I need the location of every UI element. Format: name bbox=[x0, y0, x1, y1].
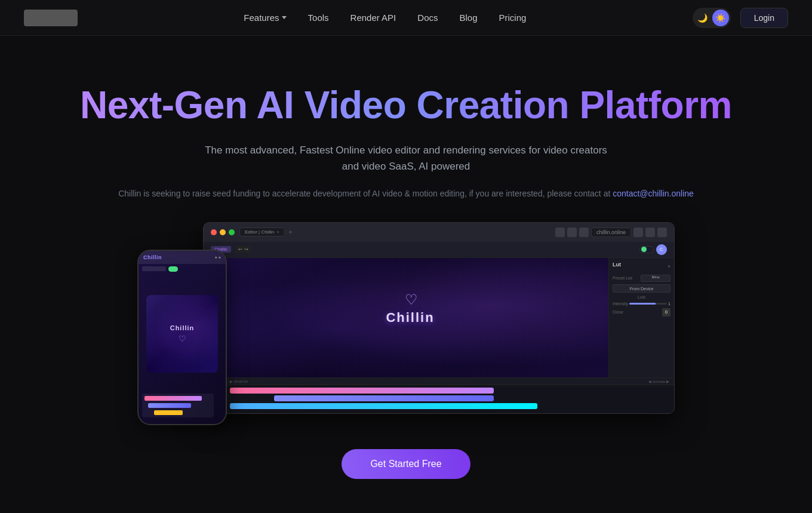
extensions-icon[interactable] bbox=[645, 228, 655, 237]
nav-item-blog[interactable]: Blog bbox=[459, 13, 477, 23]
panel-header: Lut × bbox=[613, 262, 670, 271]
phone-toggle bbox=[168, 266, 178, 272]
phone-video-thumb: Chillin ♡ bbox=[146, 295, 218, 373]
timeline-ruler: ▶ 00:00:00 ◀ animate ▶ bbox=[225, 378, 674, 385]
phone-track-3 bbox=[154, 410, 183, 415]
desktop-frame: Editor | Chillin × + chillin.online bbox=[203, 222, 675, 414]
close-icon bbox=[211, 229, 217, 235]
funding-text: Chillin is seeking to raise seed funding… bbox=[118, 189, 613, 198]
nav-refresh-icon[interactable] bbox=[579, 228, 589, 237]
panel-preset-label: Preset List bbox=[613, 276, 632, 280]
hero-title: Next-Gen AI Video Creation Platform bbox=[24, 84, 788, 128]
panel-preset-row: Preset List Mina bbox=[613, 275, 670, 282]
phone-timeline bbox=[142, 394, 214, 417]
hero-subtitle: The most advanced, Fastest Online video … bbox=[197, 142, 615, 174]
phone-content: Chillin ♡ bbox=[139, 274, 226, 394]
navbar: Features Tools Render API Docs Blog Pric… bbox=[0, 0, 812, 36]
nav-link-render-api[interactable]: Render API bbox=[350, 13, 396, 23]
phone-frame: Chillin ● ● Chillin ♡ bbox=[137, 250, 227, 425]
nav-item-docs[interactable]: Docs bbox=[417, 13, 438, 23]
timeline-track-2 bbox=[274, 395, 494, 401]
canvas-text: Chillin bbox=[386, 310, 434, 325]
nav-links: Features Tools Render API Docs Blog Pric… bbox=[244, 13, 526, 23]
panel-intensity-row: Intensity 1 bbox=[613, 302, 670, 306]
nav-right: 🌙 ☀️ Login bbox=[693, 8, 788, 28]
nav-item-features[interactable]: Features bbox=[244, 13, 286, 23]
canvas-heart-icon: ♡ bbox=[405, 291, 418, 308]
timeline-track-3 bbox=[230, 403, 537, 409]
nav-link-pricing[interactable]: Pricing bbox=[499, 13, 527, 23]
desktop-titlebar: Editor | Chillin × + chillin.online bbox=[204, 223, 674, 242]
panel-source-sub: Luts bbox=[613, 295, 670, 299]
bookmark-icon[interactable] bbox=[633, 228, 643, 237]
maximize-icon bbox=[229, 229, 235, 235]
phone-bottom bbox=[139, 394, 226, 417]
desktop-mockup: Editor | Chillin × + chillin.online bbox=[203, 222, 675, 414]
cta-section: Get Started Free bbox=[24, 425, 788, 491]
moon-icon: 🌙 bbox=[697, 13, 708, 23]
phone-track-1 bbox=[144, 396, 202, 401]
phone-screen: Chillin ● ● Chillin ♡ bbox=[139, 251, 226, 424]
screenshots-container: Chillin ● ● Chillin ♡ bbox=[137, 222, 675, 425]
canvas-center: Chillin ♡ bbox=[225, 258, 608, 377]
new-tab-icon: + bbox=[288, 228, 293, 236]
nav-link-tools[interactable]: Tools bbox=[308, 13, 329, 23]
toggle-switch[interactable] bbox=[639, 246, 654, 253]
traffic-lights bbox=[211, 229, 235, 235]
funding-email-link[interactable]: contact@chillin.online bbox=[613, 189, 694, 198]
minimize-icon bbox=[220, 229, 226, 235]
logo[interactable] bbox=[24, 10, 78, 26]
panel-close-btn[interactable]: 0 bbox=[662, 308, 670, 317]
phone-controls: ● ● bbox=[215, 255, 221, 259]
phone-header: Chillin ● ● bbox=[139, 251, 226, 264]
nav-label-features: Features bbox=[244, 13, 279, 23]
toggle-knob bbox=[641, 247, 647, 252]
desktop-main: Chillin ♡ Lut × Preset List bbox=[225, 258, 674, 413]
panel-close-label: Close bbox=[613, 310, 623, 314]
right-panel: Lut × Preset List Mina From Device bbox=[608, 258, 674, 377]
panel-intensity-value: 1 bbox=[668, 302, 670, 306]
panel-source-button[interactable]: From Device bbox=[613, 284, 670, 293]
desktop-timeline: ▶ 00:00:00 ◀ animate ▶ bbox=[225, 377, 674, 413]
tab-close-icon: × bbox=[276, 229, 279, 235]
timeline-track-1 bbox=[230, 388, 494, 394]
nav-item-tools[interactable]: Tools bbox=[308, 13, 329, 23]
phone-toolbar-item bbox=[142, 266, 166, 271]
theme-toggle[interactable]: 🌙 ☀️ bbox=[693, 8, 731, 28]
url-bar[interactable]: chillin.online bbox=[591, 228, 631, 237]
nav-link-blog[interactable]: Blog bbox=[459, 13, 477, 23]
panel-intensity-slider[interactable] bbox=[629, 303, 667, 305]
panel-title: Lut bbox=[613, 262, 621, 268]
account-icon[interactable] bbox=[657, 228, 667, 237]
dark-mode-button[interactable]: 🌙 bbox=[694, 10, 711, 26]
heart-icon: ♡ bbox=[179, 334, 186, 343]
light-mode-button[interactable]: ☀️ bbox=[712, 10, 729, 26]
titlebar-center: Editor | Chillin × + bbox=[239, 228, 550, 236]
nav-link-docs[interactable]: Docs bbox=[417, 13, 438, 23]
timeline-tracks bbox=[225, 385, 674, 411]
phone-app-name: Chillin bbox=[143, 254, 162, 260]
canvas-area: Chillin ♡ Lut × Preset List bbox=[225, 258, 674, 377]
nav-back-icon[interactable] bbox=[555, 228, 565, 237]
get-started-button[interactable]: Get Started Free bbox=[342, 449, 470, 479]
login-button[interactable]: Login bbox=[740, 8, 788, 28]
phone-track-2 bbox=[148, 403, 191, 408]
nav-item-pricing[interactable]: Pricing bbox=[499, 13, 527, 23]
redo-icon[interactable]: ↪ bbox=[244, 247, 248, 252]
header-right-controls: C bbox=[639, 244, 667, 255]
tab-label: Editor | Chillin bbox=[245, 229, 274, 235]
sun-icon: ☀️ bbox=[715, 13, 725, 23]
browser-tab[interactable]: Editor | Chillin × bbox=[239, 228, 285, 236]
chevron-down-icon bbox=[282, 16, 287, 19]
nav-item-render-api[interactable]: Render API bbox=[350, 13, 396, 23]
nav-forward-icon[interactable] bbox=[567, 228, 577, 237]
user-avatar[interactable]: C bbox=[656, 244, 667, 255]
url-text: chillin.online bbox=[596, 229, 626, 235]
timeline-controls: ◀ animate ▶ bbox=[648, 379, 669, 383]
panel-intensity-label: Intensity bbox=[613, 302, 628, 306]
desktop-app-body: Chillin ♡ Lut × Preset List bbox=[204, 258, 674, 413]
panel-close-row: Close 0 bbox=[613, 308, 670, 317]
panel-close-icon[interactable]: × bbox=[668, 263, 670, 269]
window-controls: chillin.online bbox=[555, 228, 667, 237]
panel-preset-select[interactable]: Mina bbox=[641, 275, 670, 282]
